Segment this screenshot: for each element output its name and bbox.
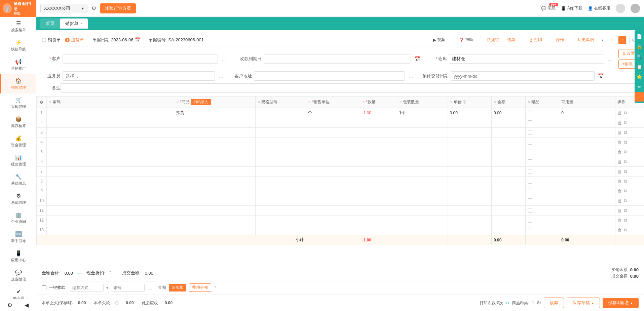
row-barcode-10[interactable] bbox=[47, 196, 174, 206]
row-delete-icon-13[interactable]: 🗑 bbox=[617, 228, 622, 233]
row-qty-1[interactable]: -1.00 bbox=[360, 108, 397, 118]
row-copy-icon-4[interactable]: ⧉ bbox=[624, 140, 627, 145]
row-product-4[interactable] bbox=[174, 138, 255, 147]
row-copy-icon-11[interactable]: ⧉ bbox=[624, 208, 627, 213]
row-pkg-qty-5[interactable] bbox=[397, 147, 448, 157]
sidebar-item-finance[interactable]: 💰资金管理 bbox=[0, 132, 36, 151]
sidebar-item-quicknav[interactable]: ⚡快捷导航 bbox=[0, 36, 36, 55]
row-barcode-5[interactable] bbox=[47, 147, 174, 157]
row-delete-icon-12[interactable]: 🗑 bbox=[617, 218, 622, 223]
row-qty-6[interactable] bbox=[360, 157, 397, 167]
row-copy-icon-13[interactable]: ⧉ bbox=[624, 227, 627, 233]
help-btn[interactable]: ❓ 帮助 bbox=[456, 36, 476, 44]
th-settings[interactable]: ⚙ bbox=[37, 96, 47, 108]
row-spec-5[interactable] bbox=[255, 147, 306, 157]
row-unit-price-9[interactable] bbox=[448, 186, 491, 196]
row-gift-5[interactable] bbox=[525, 147, 559, 157]
row-copy-icon-5[interactable]: ⧉ bbox=[624, 149, 627, 155]
row-gift-6[interactable] bbox=[525, 157, 559, 167]
sidebar-item-search[interactable]: ☰搜索菜单 bbox=[0, 17, 36, 36]
row-pkg-qty-3[interactable] bbox=[397, 128, 448, 138]
row-unit-13[interactable] bbox=[306, 225, 360, 235]
payment-date-input[interactable] bbox=[264, 54, 411, 64]
sidebar-item-system[interactable]: ⚙系统管理 bbox=[0, 189, 36, 208]
row-qty-8[interactable] bbox=[360, 177, 397, 186]
row-pkg-qty-9[interactable] bbox=[397, 186, 448, 196]
row-unit-price-6[interactable] bbox=[448, 157, 491, 167]
sidebar-item-basic[interactable]: 🔧基础信息 bbox=[0, 170, 36, 189]
row-pkg-qty-11[interactable] bbox=[397, 206, 448, 216]
save-new-btn[interactable]: 保存&新增 ▲ bbox=[603, 298, 639, 308]
row-pkg-qty-7[interactable] bbox=[397, 167, 448, 177]
discount-help-icon[interactable]: ? bbox=[109, 271, 112, 275]
row-qty-4[interactable] bbox=[360, 138, 397, 147]
payment-help-icon[interactable]: ? bbox=[214, 285, 216, 290]
sidebar-item-member[interactable]: ✔畅会员 bbox=[0, 285, 36, 299]
row-barcode-2[interactable] bbox=[47, 118, 174, 128]
row-gift-8[interactable] bbox=[525, 177, 559, 186]
row-amount-1[interactable]: 0.00 bbox=[491, 108, 525, 118]
row-pkg-qty-1[interactable]: 1个 bbox=[397, 108, 448, 118]
row-delete-icon-11[interactable]: 🗑 bbox=[617, 208, 622, 213]
select-btn[interactable]: 选单 bbox=[504, 36, 518, 44]
row-spec-12[interactable] bbox=[255, 216, 306, 225]
row-pkg-qty-2[interactable] bbox=[397, 118, 448, 128]
row-amount-3[interactable] bbox=[491, 128, 525, 138]
row-qty-3[interactable] bbox=[360, 128, 397, 138]
row-unit-6[interactable] bbox=[306, 157, 360, 167]
row-amount-7[interactable] bbox=[491, 167, 525, 177]
header-settings-icon[interactable]: ⚙ bbox=[90, 4, 98, 13]
row-copy-icon-9[interactable]: ⧉ bbox=[624, 188, 627, 194]
row-delete-icon-8[interactable]: 🗑 bbox=[617, 179, 622, 184]
row-product-3[interactable] bbox=[174, 128, 255, 138]
row-unit-price-1[interactable]: 0.00 bbox=[448, 108, 491, 118]
account-more-icon[interactable]: … bbox=[147, 285, 155, 291]
calc-method-dropdown[interactable]: ▾ bbox=[106, 285, 108, 290]
row-barcode-11[interactable] bbox=[47, 206, 174, 216]
sidebar-collapse-icon[interactable]: ◀ bbox=[25, 302, 29, 308]
row-unit-price-8[interactable] bbox=[448, 177, 491, 186]
row-spec-6[interactable] bbox=[255, 157, 306, 167]
row-copy-icon-1[interactable]: ⧉ bbox=[624, 110, 627, 116]
row-spec-3[interactable] bbox=[255, 128, 306, 138]
save-draft-btn[interactable]: 保存草稿 ▲ bbox=[567, 298, 600, 308]
prev-btn[interactable]: ‹ bbox=[599, 36, 606, 44]
row-pkg-qty-10[interactable] bbox=[397, 196, 448, 206]
row-gift-10[interactable] bbox=[525, 196, 559, 206]
row-unit-5[interactable] bbox=[306, 147, 360, 157]
row-barcode-7[interactable] bbox=[47, 167, 174, 177]
row-unit-4[interactable] bbox=[306, 138, 360, 147]
table-settings-icon[interactable]: ⚙ bbox=[40, 100, 43, 105]
row-pkg-qty-8[interactable] bbox=[397, 177, 448, 186]
row-amount-9[interactable] bbox=[491, 186, 525, 196]
row-qty-12[interactable] bbox=[360, 216, 397, 225]
row-delete-icon-3[interactable]: 🗑 bbox=[617, 130, 622, 135]
sidebar-item-sales[interactable]: 🏠销售管理 bbox=[0, 74, 36, 93]
right-panel-item-1[interactable]: 📄 bbox=[635, 32, 644, 41]
row-unit-price-12[interactable] bbox=[448, 216, 491, 225]
list-view-btn[interactable]: ≡ bbox=[618, 36, 627, 44]
action-btn[interactable]: 操作 bbox=[553, 36, 567, 44]
row-product-1[interactable]: 拣货 bbox=[174, 108, 255, 118]
avatar2[interactable] bbox=[631, 4, 640, 13]
row-product-6[interactable] bbox=[174, 157, 255, 167]
delivery-date-calendar-icon[interactable]: 📅 bbox=[597, 73, 605, 79]
row-spec-8[interactable] bbox=[255, 177, 306, 186]
print-btn[interactable]: 🖨 打印 bbox=[526, 36, 545, 44]
arrears-info-icon[interactable]: ⓘ bbox=[115, 301, 119, 306]
row-unit-price-7[interactable] bbox=[448, 167, 491, 177]
tab-close-icon[interactable]: × bbox=[80, 22, 82, 26]
row-amount-10[interactable] bbox=[491, 196, 525, 206]
row-amount-11[interactable] bbox=[491, 206, 525, 216]
row-pkg-qty-13[interactable] bbox=[397, 225, 448, 235]
sidebar-item-purchase[interactable]: 🛒采购管理 bbox=[0, 93, 36, 113]
row-product-5[interactable] bbox=[174, 147, 255, 157]
row-qty-2[interactable] bbox=[360, 118, 397, 128]
row-qty-13[interactable] bbox=[360, 225, 397, 235]
sidebar-item-marketing[interactable]: 📢营销推广 bbox=[0, 55, 36, 74]
row-unit-price-3[interactable] bbox=[448, 128, 491, 138]
right-panel-item-5[interactable]: ⭐ bbox=[635, 72, 644, 81]
payment-date-calendar-icon[interactable]: 📅 bbox=[413, 56, 421, 62]
row-amount-6[interactable] bbox=[491, 157, 525, 167]
row-barcode-1[interactable] bbox=[47, 108, 174, 118]
